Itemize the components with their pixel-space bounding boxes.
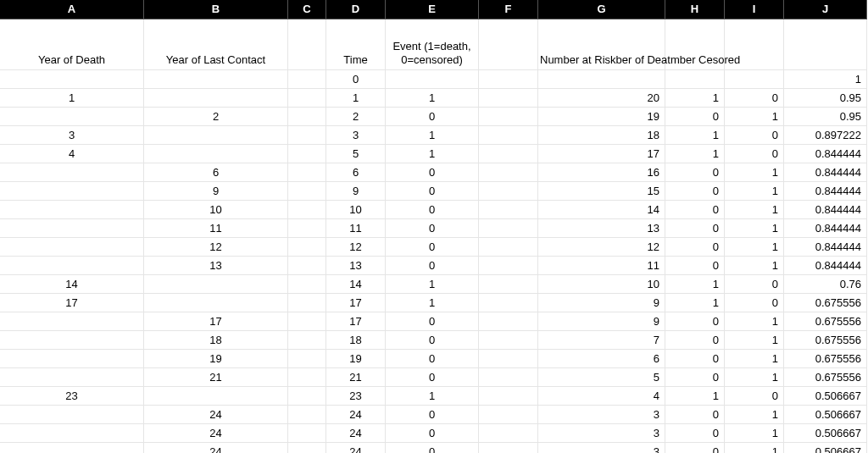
cell-B-6[interactable]: 9 (144, 182, 288, 201)
cell-A-7[interactable] (0, 201, 144, 219)
cell-H-5[interactable]: 0 (665, 163, 725, 182)
cell-C-3[interactable] (288, 126, 326, 145)
cell-I-12[interactable]: 0 (725, 294, 784, 312)
cell-J-0[interactable]: 1 (784, 70, 867, 89)
cell-A-5[interactable] (0, 163, 144, 182)
cell-G-18[interactable]: 3 (538, 406, 665, 424)
cell-J-5[interactable]: 0.844444 (784, 163, 867, 182)
cell-A-3[interactable]: 3 (0, 126, 144, 145)
column-header-A[interactable]: A (0, 0, 144, 19)
cell-C-8[interactable] (288, 219, 326, 238)
cell-C-2[interactable] (288, 108, 326, 126)
column-header-H[interactable]: H (665, 0, 725, 19)
cell-C-15[interactable] (288, 350, 326, 368)
column-header-I[interactable]: I (725, 0, 784, 19)
cell-I-18[interactable]: 1 (725, 406, 784, 424)
cell-E-18[interactable]: 0 (386, 406, 479, 424)
cell-I-16[interactable]: 1 (725, 368, 784, 387)
cell-G-9[interactable]: 12 (538, 238, 665, 257)
cell-G-10[interactable]: 11 (538, 257, 665, 275)
cell-A-6[interactable] (0, 182, 144, 201)
cell-I-0[interactable] (725, 70, 784, 89)
cell-J-9[interactable]: 0.844444 (784, 238, 867, 257)
cell-C-11[interactable] (288, 275, 326, 294)
cell-D-4[interactable]: 5 (326, 145, 386, 163)
cell-B-9[interactable]: 12 (144, 238, 288, 257)
cell-D-10[interactable]: 13 (326, 257, 386, 275)
cell-H-6[interactable]: 0 (665, 182, 725, 201)
cell-J-3[interactable]: 0.897222 (784, 126, 867, 145)
cell-B-19[interactable]: 24 (144, 424, 288, 443)
cell-E-1[interactable]: 1 (386, 89, 479, 108)
cell-H-13[interactable]: 0 (665, 312, 725, 331)
cell-G-15[interactable]: 6 (538, 350, 665, 368)
cell-B-3[interactable] (144, 126, 288, 145)
cell-J-12[interactable]: 0.675556 (784, 294, 867, 312)
cell-B-7[interactable]: 10 (144, 201, 288, 219)
cell-F-11[interactable] (479, 275, 538, 294)
cell-B-17[interactable] (144, 387, 288, 406)
cell-D-7[interactable]: 10 (326, 201, 386, 219)
cell-D-20[interactable]: 24 (326, 443, 386, 453)
cell-C-7[interactable] (288, 201, 326, 219)
cell-F-14[interactable] (479, 331, 538, 350)
cell-E-8[interactable]: 0 (386, 219, 479, 238)
cell-D-16[interactable]: 21 (326, 368, 386, 387)
cell-F-12[interactable] (479, 294, 538, 312)
cell-C-4[interactable] (288, 145, 326, 163)
cell-G-20[interactable]: 3 (538, 443, 665, 453)
cell-F-5[interactable] (479, 163, 538, 182)
cell-B-4[interactable] (144, 145, 288, 163)
cell-I-5[interactable]: 1 (725, 163, 784, 182)
cell-G-7[interactable]: 14 (538, 201, 665, 219)
cell-E-3[interactable]: 1 (386, 126, 479, 145)
cell-I-13[interactable]: 1 (725, 312, 784, 331)
cell-D-18[interactable]: 24 (326, 406, 386, 424)
cell-I-17[interactable]: 0 (725, 387, 784, 406)
cell-G-19[interactable]: 3 (538, 424, 665, 443)
cell-E-2[interactable]: 0 (386, 108, 479, 126)
cell-I-14[interactable]: 1 (725, 331, 784, 350)
cell-F-19[interactable] (479, 424, 538, 443)
cell-A-12[interactable]: 17 (0, 294, 144, 312)
cell-J-7[interactable]: 0.844444 (784, 201, 867, 219)
cell-F-2[interactable] (479, 108, 538, 126)
column-header-B[interactable]: B (144, 0, 288, 19)
cell-B-5[interactable]: 6 (144, 163, 288, 182)
cell-A-14[interactable] (0, 331, 144, 350)
cell-A-18[interactable] (0, 406, 144, 424)
cell-J-4[interactable]: 0.844444 (784, 145, 867, 163)
cell-G-17[interactable]: 4 (538, 387, 665, 406)
cell-I-3[interactable]: 0 (725, 126, 784, 145)
cell-G-5[interactable]: 16 (538, 163, 665, 182)
cell-D-6[interactable]: 9 (326, 182, 386, 201)
cell-E-5[interactable]: 0 (386, 163, 479, 182)
cell-F-3[interactable] (479, 126, 538, 145)
cell-J-11[interactable]: 0.76 (784, 275, 867, 294)
column-header-F[interactable]: F (479, 0, 538, 19)
cell-E-7[interactable]: 0 (386, 201, 479, 219)
cell-B-11[interactable] (144, 275, 288, 294)
cell-J-13[interactable]: 0.675556 (784, 312, 867, 331)
cell-C-6[interactable] (288, 182, 326, 201)
cell-C-9[interactable] (288, 238, 326, 257)
spreadsheet-grid[interactable]: ABCDEFGHIJYear of DeathYear of Last Cont… (0, 0, 867, 453)
cell-J-19[interactable]: 0.506667 (784, 424, 867, 443)
cell-B-14[interactable]: 18 (144, 331, 288, 350)
cell-H-4[interactable]: 1 (665, 145, 725, 163)
column-header-J[interactable]: J (784, 0, 867, 19)
cell-E-17[interactable]: 1 (386, 387, 479, 406)
column-header-C[interactable]: C (288, 0, 326, 19)
cell-H-11[interactable]: 1 (665, 275, 725, 294)
cell-F-10[interactable] (479, 257, 538, 275)
cell-H-16[interactable]: 0 (665, 368, 725, 387)
cell-A-0[interactable] (0, 70, 144, 89)
cell-C-18[interactable] (288, 406, 326, 424)
cell-I-9[interactable]: 1 (725, 238, 784, 257)
cell-B-20[interactable]: 24 (144, 443, 288, 453)
cell-B-2[interactable]: 2 (144, 108, 288, 126)
cell-G-13[interactable]: 9 (538, 312, 665, 331)
cell-A-13[interactable] (0, 312, 144, 331)
cell-F-13[interactable] (479, 312, 538, 331)
cell-C-17[interactable] (288, 387, 326, 406)
